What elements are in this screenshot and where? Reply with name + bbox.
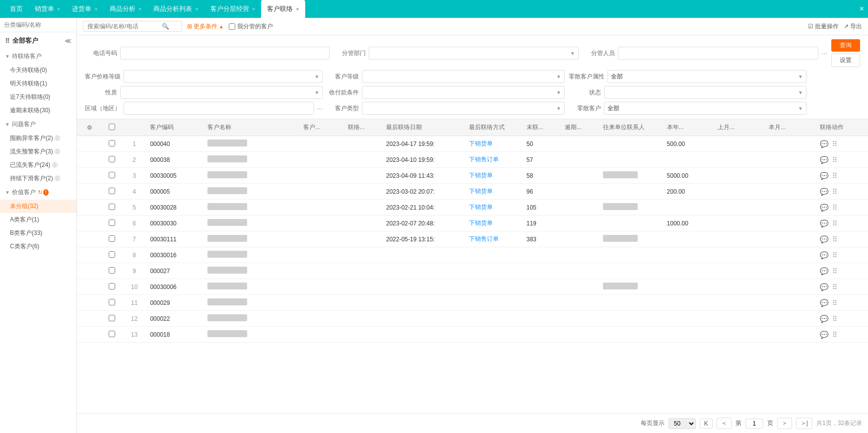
more-action-icon[interactable]: ⠿ — [832, 188, 837, 196]
sidebar-item-today-pending[interactable]: 今天待联络(0) — [0, 64, 76, 77]
sidebar-item-class-a[interactable]: A类客户(1) — [0, 213, 76, 226]
sidebar-group-pending[interactable]: ▼ 待联络客户 — [0, 49, 76, 64]
sidebar-item-ungrouped[interactable]: 未分组(32) — [0, 200, 76, 213]
row-checkbox[interactable] — [109, 172, 115, 178]
row-checkbox[interactable] — [109, 204, 115, 210]
contact-method-link[interactable]: 下销货单 — [469, 140, 493, 147]
row-checkbox[interactable] — [109, 235, 115, 242]
select-all-checkbox[interactable] — [109, 124, 115, 130]
filter-nature-select[interactable]: ▼ — [120, 86, 323, 99]
col-type[interactable]: 客户... — [300, 119, 345, 136]
filter-region-dots[interactable]: ··· — [317, 104, 323, 112]
tab-customer-segment[interactable]: 客户分层经营 × — [204, 0, 261, 18]
cell-check[interactable] — [102, 295, 122, 311]
filter-status-select[interactable]: ▼ — [604, 86, 806, 99]
col-check[interactable] — [102, 119, 122, 136]
more-action-icon[interactable]: ⠿ — [832, 251, 837, 259]
query-button[interactable]: 查询 — [831, 39, 860, 52]
col-this-year[interactable]: 本年... — [664, 119, 715, 136]
col-contact-person[interactable]: 往来单位联系人 — [600, 119, 664, 136]
more-action-icon[interactable]: ⠿ — [832, 235, 837, 243]
sidebar-item-declining[interactable]: 持续下滑客户(2) ⓪ — [0, 172, 76, 185]
last-page-btn[interactable]: ＞| — [796, 418, 812, 429]
export-btn[interactable]: ↗ 导出 — [844, 22, 862, 31]
my-customer-filter[interactable]: 我分管的客户 — [229, 22, 273, 31]
phone-action-icon[interactable]: 💬 — [820, 283, 828, 291]
cell-check[interactable] — [102, 168, 122, 184]
close-product-analysis-list-tab[interactable]: × — [195, 6, 198, 12]
more-action-icon[interactable]: ⠿ — [832, 267, 837, 275]
filter-person-select[interactable] — [618, 47, 819, 60]
filter-payment-select[interactable]: ▼ — [362, 86, 564, 99]
sidebar-item-tomorrow-pending[interactable]: 明天待联络(1) — [0, 77, 76, 90]
filter-person-dots[interactable]: ··· — [821, 49, 827, 57]
row-checkbox[interactable] — [109, 251, 115, 258]
cell-check[interactable] — [102, 247, 122, 263]
phone-action-icon[interactable]: 💬 — [820, 219, 828, 227]
sidebar-group-value[interactable]: ▼ 价值客户 ↻ ! — [0, 185, 76, 200]
prev-page-btn[interactable]: ＜ — [717, 418, 732, 429]
cell-check[interactable] — [102, 327, 122, 343]
more-conditions-btn[interactable]: ⊞ 更多条件 ▲ — [187, 22, 224, 31]
sidebar-item-class-c[interactable]: C类客户(6) — [0, 240, 76, 253]
contact-method-link[interactable]: 下销货单 — [469, 204, 493, 211]
filter-price-level-select[interactable]: ▼ — [124, 70, 323, 83]
filter-search-input[interactable] — [87, 23, 162, 30]
sidebar-item-churn-warning[interactable]: 流失预警客户(3) ⓪ — [0, 145, 76, 158]
phone-action-icon[interactable]: 💬 — [820, 204, 828, 212]
sidebar-all-customers[interactable]: ⠿ 全部客户 ≪ — [0, 32, 76, 49]
sidebar-item-overdue-pending[interactable]: 逾期未联络(30) — [0, 104, 76, 117]
filter-customer-level-select[interactable]: ▼ — [362, 70, 564, 83]
cell-check[interactable] — [102, 136, 122, 152]
phone-action-icon[interactable]: 💬 — [820, 315, 828, 323]
col-name[interactable]: 客户名称 — [204, 119, 300, 136]
close-customer-segment-tab[interactable]: × — [252, 6, 255, 12]
next-page-btn[interactable]: ＞ — [777, 418, 792, 429]
filter-scattered-attr-select[interactable]: 全部 ▼ — [607, 70, 806, 83]
cell-check[interactable] — [102, 279, 122, 295]
row-checkbox[interactable] — [109, 140, 115, 146]
more-action-icon[interactable]: ⠿ — [832, 283, 837, 291]
phone-action-icon[interactable]: 💬 — [820, 251, 828, 259]
my-customer-checkbox[interactable] — [229, 23, 235, 30]
more-action-icon[interactable]: ⠿ — [832, 172, 837, 180]
close-all-tabs[interactable]: × — [860, 4, 864, 13]
more-action-icon[interactable]: ⠿ — [832, 331, 837, 339]
phone-action-icon[interactable]: 💬 — [820, 235, 828, 243]
reset-button[interactable]: 设置 — [831, 54, 860, 67]
col-last-month[interactable]: 上月... — [715, 119, 766, 136]
more-action-icon[interactable]: ⠿ — [832, 204, 837, 212]
batch-op-btn[interactable]: ☑ 批量操作 — [808, 22, 839, 31]
tab-customer-contact[interactable]: 客户联络 × — [261, 0, 305, 18]
sidebar-item-class-b[interactable]: B类客户(33) — [0, 226, 76, 240]
col-overdue[interactable]: 逾期... — [562, 119, 600, 136]
more-action-icon[interactable]: ⠿ — [832, 299, 837, 307]
col-contact[interactable]: 联络... — [345, 119, 383, 136]
row-checkbox[interactable] — [109, 267, 115, 274]
cell-check[interactable] — [102, 263, 122, 279]
contact-method-link[interactable]: 下销货单 — [469, 188, 493, 195]
sidebar-search-input[interactable] — [4, 21, 77, 28]
phone-action-icon[interactable]: 💬 — [820, 299, 828, 307]
col-this-month[interactable]: 本月... — [766, 119, 817, 136]
filter-scattered-select[interactable]: 全部 ▼ — [604, 102, 806, 115]
sidebar-item-churned[interactable]: 已流失客户(24) ⓪ — [0, 158, 76, 172]
first-page-btn[interactable]: K — [700, 419, 713, 429]
sidebar-item-stockpile-abnormal[interactable]: 囤购异常客户(2) ⓪ — [0, 132, 76, 145]
row-checkbox[interactable] — [109, 188, 115, 194]
tab-sales[interactable]: 销货单 × — [29, 0, 66, 18]
tab-product-analysis[interactable]: 商品分析 × — [104, 0, 147, 18]
refresh-icon[interactable]: ↻ — [38, 189, 42, 196]
col-last-contact-method[interactable]: 最后联络方式 — [466, 119, 524, 136]
close-product-analysis-tab[interactable]: × — [138, 6, 141, 12]
contact-method-link[interactable]: 下销货单 — [469, 219, 493, 226]
filter-phone-input[interactable] — [120, 47, 330, 60]
col-last-contact-date[interactable]: 最后联络日期 — [383, 119, 466, 136]
close-customer-contact-tab[interactable]: × — [296, 6, 299, 12]
row-checkbox[interactable] — [109, 283, 115, 289]
cell-check[interactable] — [102, 231, 122, 247]
more-action-icon[interactable]: ⠿ — [832, 315, 837, 323]
tab-home[interactable]: 首页 — [4, 0, 29, 18]
row-checkbox[interactable] — [109, 331, 115, 337]
phone-action-icon[interactable]: 💬 — [820, 188, 828, 196]
